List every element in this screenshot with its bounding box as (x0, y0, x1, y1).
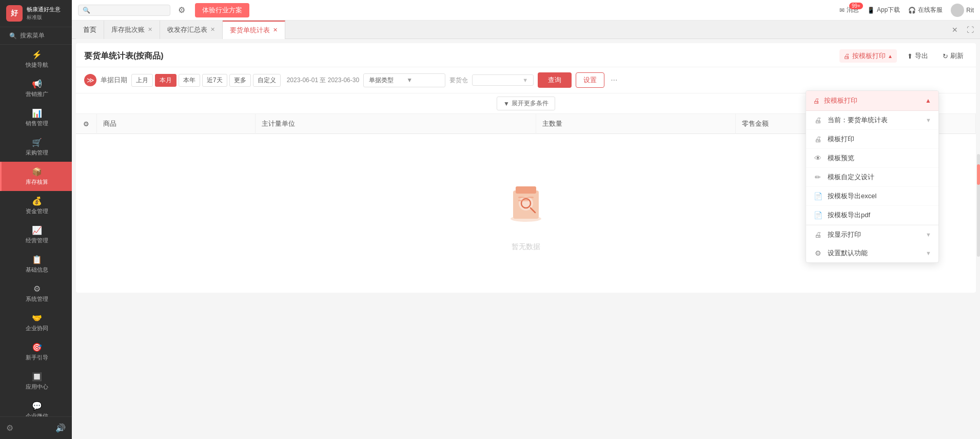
dropdown-display-print[interactable]: 🖨 按显示打印 ▼ (806, 225, 938, 244)
dropdown-item-custom-design[interactable]: ✏ 模板自定义设计 (806, 168, 938, 187)
print-tmpl-icon: 🖨 (813, 135, 822, 143)
sidebar-item-label: 销售管理 (26, 120, 48, 127)
tab-home[interactable]: 首页 (76, 21, 104, 39)
app-logo: 好 畅康通好生意 标准版 (0, 0, 72, 27)
export-btn[interactable]: ⬆ 导出 (903, 49, 932, 63)
date-btn-this-month[interactable]: 本月 (155, 74, 177, 87)
date-filter-label: 单据日期 (101, 75, 127, 85)
online-service-btn[interactable]: 🎧 在线客服 (908, 6, 943, 14)
sidebar-item-system[interactable]: ⚙ 系统管理 (0, 279, 72, 308)
date-btn-this-year[interactable]: 本年 (179, 74, 200, 87)
sidebar-item-quick-nav[interactable]: ⚡ 快捷导航 (0, 45, 72, 74)
close-order-stats-icon[interactable]: ✕ (273, 27, 278, 33)
preview-icon: 👁 (813, 154, 822, 162)
sidebar-bottom: ⚙ 🔊 (0, 416, 72, 439)
message-btn[interactable]: ✉ 消息 99+ (839, 6, 859, 14)
empty-illustration (500, 175, 552, 236)
dropdown-item-preview[interactable]: 👁 模板预览 (806, 149, 938, 168)
query-btn[interactable]: 查询 (538, 72, 572, 88)
sidebar-item-app-center[interactable]: 🔲 应用中心 (0, 367, 72, 396)
svg-rect-2 (516, 186, 536, 194)
dropdown-collapse-icon[interactable]: ▲ (925, 97, 931, 104)
refresh-btn[interactable]: ↻ 刷新 (938, 49, 968, 63)
tab-order-stats-label: 要货单统计表 (230, 26, 270, 35)
sidebar-item-label: 采购管理 (26, 149, 48, 157)
user-avatar-btn[interactable]: Rit (951, 4, 974, 17)
audio-icon[interactable]: 🔊 (55, 423, 66, 433)
date-range-text: 2023-06-01 至 2023-06-30 (287, 76, 359, 85)
tab-inventory-batch[interactable]: 库存批次账 ✕ (104, 21, 160, 39)
purchase-icon: 🛒 (32, 138, 42, 147)
design-icon: ✏ (813, 173, 822, 181)
type-filter-select[interactable]: 单据类型 ▼ (363, 73, 445, 87)
tab-receipt-summary-label: 收发存汇总表 (167, 25, 207, 34)
sidebar-item-label: 企业协同 (26, 325, 48, 332)
operation-icon: 📈 (32, 225, 42, 235)
right-scrollbar[interactable] (977, 154, 980, 257)
trial-btn[interactable]: 体验行业方案 (195, 3, 249, 17)
expand-more-btn[interactable]: ▼ 展开更多条件 (497, 97, 555, 110)
maximize-tab-btn[interactable]: ⛶ (965, 24, 976, 35)
date-btn-last-month[interactable]: 上月 (131, 74, 153, 87)
sidebar-item-purchase[interactable]: 🛒 采购管理 (0, 132, 72, 162)
close-tab-btn[interactable]: ✕ (949, 24, 961, 35)
app-download-label: App下载 (877, 6, 900, 14)
tabs-maximize-group: ✕ ⛶ (949, 24, 976, 35)
sidebar-item-sales[interactable]: 📊 销售管理 (0, 103, 72, 132)
dropdown-item-export-excel[interactable]: 📄 按模板导出excel (806, 187, 938, 206)
tab-home-label: 首页 (83, 25, 96, 34)
col-unit: 主计量单位 (256, 114, 536, 134)
topbar-gear-icon[interactable]: ⚙ (174, 3, 189, 17)
sidebar-nav: ⚡ 快捷导航 📢 营销推广 📊 销售管理 🛒 采购管理 📦 库存核算 💰 资金管… (0, 45, 72, 416)
sidebar-item-label: 快捷导航 (26, 61, 48, 69)
col-settings[interactable]: ⚙ (76, 114, 96, 134)
sidebar-item-guide[interactable]: 🎯 新手引导 (0, 337, 72, 367)
print-icon: 🖨 (844, 52, 850, 60)
current-template-arrow: ▼ (926, 117, 931, 123)
pdf-icon: 📄 (813, 211, 822, 219)
date-btn-more[interactable]: 更多 (229, 74, 251, 87)
date-btn-7days[interactable]: 近7天 (202, 74, 227, 87)
download-icon: 📱 (867, 7, 875, 14)
three-dots-btn[interactable]: ··· (611, 75, 617, 85)
dropdown-item-print-template[interactable]: 🖨 模板打印 (806, 130, 938, 149)
guide-icon: 🎯 (32, 342, 42, 352)
current-template-icon: 🖨 (813, 116, 822, 124)
collab-icon: 🤝 (32, 313, 42, 323)
sidebar-item-wechat[interactable]: 💬 企业微信 (0, 396, 72, 416)
dropdown-current-template[interactable]: 🖨 当前：要货单统计表 ▼ (806, 111, 938, 130)
tab-receipt-summary[interactable]: 收发存汇总表 ✕ (160, 21, 223, 39)
dropdown-set-default[interactable]: ⚙ 设置默认功能 ▼ (806, 244, 938, 262)
sidebar-item-label: 系统管理 (26, 295, 48, 303)
close-inventory-batch-icon[interactable]: ✕ (148, 26, 152, 33)
sidebar-item-basic[interactable]: 📋 基础信息 (0, 250, 72, 279)
sidebar-item-label: 应用中心 (26, 383, 48, 391)
sidebar-search[interactable]: 🔍 搜索菜单 (0, 27, 72, 45)
sidebar-item-inventory[interactable]: 📦 库存核算 (0, 162, 72, 191)
sidebar-item-collab[interactable]: 🤝 企业协同 (0, 308, 72, 337)
sidebar-item-marketing[interactable]: 📢 营销推广 (0, 74, 72, 103)
settings-bottom-icon[interactable]: ⚙ (6, 423, 13, 433)
dropdown-header-actions: ▲ (925, 97, 931, 104)
date-btn-custom[interactable]: 自定义 (253, 74, 281, 87)
dropdown-item-export-pdf[interactable]: 📄 按模板导出pdf (806, 206, 938, 225)
sidebar-item-label: 新手引导 (26, 354, 48, 361)
topbar-search[interactable]: 🔍 (78, 5, 170, 16)
sidebar-item-finance[interactable]: 💰 资金管理 (0, 191, 72, 220)
app-center-icon: 🔲 (32, 372, 42, 381)
sidebar-item-operation[interactable]: 📈 经营管理 (0, 220, 72, 250)
expand-label: 展开更多条件 (512, 99, 548, 108)
app-download-btn[interactable]: 📱 App下载 (867, 6, 900, 14)
tab-order-stats[interactable]: 要货单统计表 ✕ (223, 21, 285, 39)
close-receipt-summary-icon[interactable]: ✕ (210, 26, 215, 33)
basic-icon: 📋 (32, 255, 42, 264)
scrollbar-thumb (977, 164, 980, 185)
filter-expand-btn[interactable]: ≫ (84, 74, 96, 86)
date-buttons-group: 上月 本月 本年 近7天 更多 自定义 (131, 74, 281, 87)
search-icon: 🔍 (9, 32, 17, 40)
warehouse-select[interactable]: ▼ (472, 74, 534, 86)
svg-rect-6 (518, 197, 534, 198)
print-template-btn[interactable]: 🖨 按模板打印 ▲ (839, 49, 897, 63)
settings-btn[interactable]: 设置 (576, 72, 604, 88)
set-default-icon: ⚙ (813, 249, 822, 257)
